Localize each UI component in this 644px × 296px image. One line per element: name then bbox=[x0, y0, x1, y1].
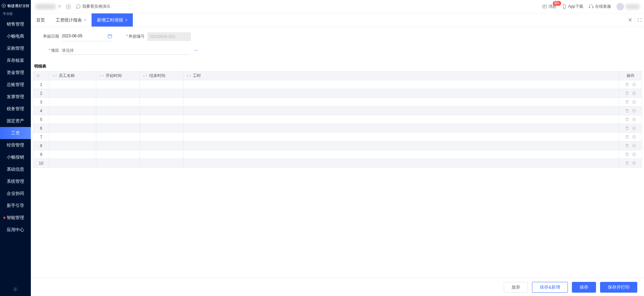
table-row[interactable]: 1 bbox=[33, 80, 642, 89]
row-add-icon[interactable] bbox=[632, 109, 636, 113]
sidebar-item[interactable]: 小畅报销 bbox=[0, 151, 31, 163]
settings-icon[interactable] bbox=[13, 287, 18, 292]
sidebar-item[interactable]: 库存核算 bbox=[0, 54, 31, 67]
sidebar-item[interactable]: 系统管理 bbox=[0, 175, 31, 187]
cell-employee[interactable] bbox=[49, 133, 96, 141]
cell-start[interactable] bbox=[96, 89, 140, 98]
project-input[interactable] bbox=[62, 46, 189, 55]
tab[interactable]: 工资统计报表× bbox=[50, 13, 92, 27]
messages-link[interactable]: 消息 99+ bbox=[542, 4, 556, 9]
row-delete-icon[interactable] bbox=[625, 143, 629, 148]
sidebar-item[interactable]: 销售管理 bbox=[0, 18, 31, 30]
calendar-icon[interactable] bbox=[107, 34, 112, 39]
cell-employee[interactable] bbox=[49, 107, 96, 115]
cell-hours[interactable] bbox=[183, 150, 619, 159]
cell-end[interactable] bbox=[140, 133, 183, 141]
sidebar-item[interactable]: 智能管理 bbox=[0, 212, 31, 224]
date-input[interactable] bbox=[62, 32, 105, 40]
row-add-icon[interactable] bbox=[632, 152, 636, 157]
sidebar-item[interactable]: 税务管理 bbox=[0, 103, 31, 115]
cell-employee[interactable] bbox=[49, 159, 96, 168]
sidebar-item[interactable]: 新手引导 bbox=[0, 200, 31, 212]
sidebar-item[interactable]: 应用中心 bbox=[0, 224, 31, 236]
cell-end[interactable] bbox=[140, 141, 183, 150]
row-delete-icon[interactable] bbox=[625, 161, 629, 165]
cell-employee[interactable] bbox=[49, 141, 96, 150]
row-delete-icon[interactable] bbox=[625, 100, 629, 104]
row-delete-icon[interactable] bbox=[625, 126, 629, 130]
row-delete-icon[interactable] bbox=[625, 109, 629, 113]
cell-start[interactable] bbox=[96, 115, 140, 124]
cell-end[interactable] bbox=[140, 80, 183, 89]
cell-start[interactable] bbox=[96, 150, 140, 159]
cell-hours[interactable] bbox=[183, 89, 619, 98]
fullscreen-button[interactable] bbox=[635, 13, 644, 27]
cell-hours[interactable] bbox=[183, 141, 619, 150]
row-add-icon[interactable] bbox=[632, 117, 636, 122]
tab[interactable]: 首页 bbox=[31, 13, 50, 27]
discard-button[interactable]: 放弃 bbox=[504, 282, 528, 293]
tab-close-icon[interactable]: × bbox=[125, 18, 127, 23]
user-menu[interactable] bbox=[616, 3, 639, 10]
row-delete-icon[interactable] bbox=[625, 117, 629, 122]
cell-end[interactable] bbox=[140, 115, 183, 124]
table-row[interactable]: 8 bbox=[33, 141, 642, 150]
cell-employee[interactable] bbox=[49, 124, 96, 133]
sidebar-item[interactable]: 发票管理 bbox=[0, 91, 31, 103]
cell-hours[interactable] bbox=[183, 107, 619, 115]
row-add-icon[interactable] bbox=[632, 135, 636, 139]
sidebar-item[interactable]: 工资 bbox=[0, 127, 31, 139]
sidebar-item[interactable]: 企业协同 bbox=[0, 187, 31, 200]
table-row[interactable]: 3 bbox=[33, 98, 642, 107]
save-print-button[interactable]: 保存并打印 bbox=[600, 282, 637, 293]
customer-service-link[interactable]: 在线客服 bbox=[589, 4, 611, 9]
cell-end[interactable] bbox=[140, 159, 183, 168]
save-button[interactable]: 保存 bbox=[572, 282, 596, 293]
demo-link[interactable]: 我要看实例演示 bbox=[76, 4, 110, 9]
cell-hours[interactable] bbox=[183, 124, 619, 133]
sidebar-item[interactable]: 固定资产 bbox=[0, 115, 31, 127]
org-settings-icon[interactable] bbox=[66, 4, 71, 9]
sidebar-item[interactable]: 资金管理 bbox=[0, 67, 31, 79]
app-download-link[interactable]: App下载 bbox=[562, 4, 583, 9]
cell-hours[interactable] bbox=[183, 80, 619, 89]
cell-employee[interactable] bbox=[49, 80, 96, 89]
cell-employee[interactable] bbox=[49, 98, 96, 107]
table-row[interactable]: 4 bbox=[33, 107, 642, 115]
row-add-icon[interactable] bbox=[632, 143, 636, 148]
table-row[interactable]: 7 bbox=[33, 133, 642, 141]
table-row[interactable]: 5 bbox=[33, 115, 642, 124]
cell-start[interactable] bbox=[96, 141, 140, 150]
row-add-icon[interactable] bbox=[632, 91, 636, 95]
row-delete-icon[interactable] bbox=[625, 91, 629, 95]
cell-hours[interactable] bbox=[183, 115, 619, 124]
cell-start[interactable] bbox=[96, 107, 140, 115]
col-header-hours[interactable]: ▲▼工时 bbox=[183, 72, 619, 80]
cell-employee[interactable] bbox=[49, 115, 96, 124]
table-row[interactable]: 10 bbox=[33, 159, 642, 168]
cell-hours[interactable] bbox=[183, 98, 619, 107]
tab[interactable]: 新增工时填报× bbox=[92, 13, 133, 27]
row-add-icon[interactable] bbox=[632, 100, 636, 104]
table-row[interactable]: 2 bbox=[33, 89, 642, 98]
sidebar-item[interactable]: 基础信息 bbox=[0, 163, 31, 175]
cell-start[interactable] bbox=[96, 159, 140, 168]
row-add-icon[interactable] bbox=[632, 126, 636, 130]
row-delete-icon[interactable] bbox=[625, 152, 629, 157]
sidebar-item[interactable]: 总账管理 bbox=[0, 79, 31, 91]
project-more-button[interactable]: ⋯ bbox=[192, 48, 199, 53]
col-header-employee[interactable]: ▲▼员工名称 bbox=[49, 72, 96, 80]
sidebar-item[interactable]: 采购管理 bbox=[0, 42, 31, 54]
cell-end[interactable] bbox=[140, 89, 183, 98]
sidebar-item[interactable]: 经营管理 bbox=[0, 139, 31, 151]
cell-employee[interactable] bbox=[49, 89, 96, 98]
cell-end[interactable] bbox=[140, 98, 183, 107]
cell-hours[interactable] bbox=[183, 133, 619, 141]
cell-employee[interactable] bbox=[49, 150, 96, 159]
cell-start[interactable] bbox=[96, 133, 140, 141]
sidebar-item[interactable]: 小畅电商 bbox=[0, 30, 31, 42]
table-config-button[interactable] bbox=[33, 72, 49, 80]
row-add-icon[interactable] bbox=[632, 82, 636, 87]
table-row[interactable]: 9 bbox=[33, 150, 642, 159]
cell-start[interactable] bbox=[96, 98, 140, 107]
